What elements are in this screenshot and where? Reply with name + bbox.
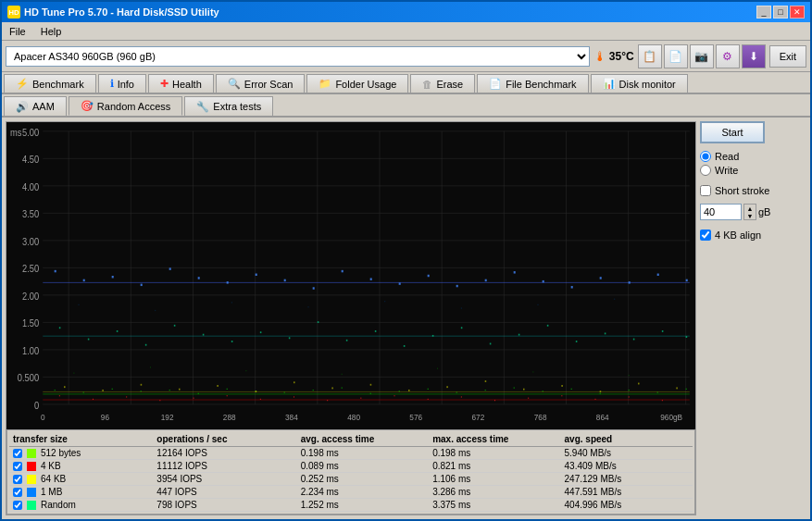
svg-rect-49: [112, 389, 113, 390]
toolbar-btn-5[interactable]: ⬇: [742, 44, 766, 68]
svg-rect-52: [198, 393, 199, 394]
short-stroke-label: Short stroke: [715, 185, 769, 196]
toolbar-btn-2[interactable]: 📄: [664, 44, 688, 68]
svg-rect-76: [227, 395, 228, 396]
svg-rect-91: [64, 386, 66, 388]
tab-random-access-label: Random Access: [97, 101, 170, 112]
align-4kb-label: 4 KB align: [715, 229, 761, 241]
disk-monitor-icon: 📊: [603, 78, 616, 90]
color-indicator: [27, 501, 36, 510]
toolbar-btn-4[interactable]: ⚙: [716, 44, 740, 68]
svg-rect-71: [59, 395, 60, 396]
tab-benchmark[interactable]: ⚡ Benchmark: [4, 74, 96, 93]
toolbar-btn-3[interactable]: 📷: [690, 44, 714, 68]
table-row: 64 KB 3954 IOPS 0.252 ms 1.106 ms 247.12…: [9, 473, 693, 486]
tab-aam[interactable]: 🔊 AAM: [4, 96, 67, 116]
svg-text:672: 672: [472, 413, 485, 423]
svg-rect-155: [686, 336, 688, 338]
svg-rect-135: [117, 330, 119, 332]
svg-rect-118: [313, 287, 315, 289]
svg-text:0: 0: [41, 413, 45, 423]
radio-read-label[interactable]: Read: [700, 151, 806, 162]
row-checkbox[interactable]: [13, 475, 22, 484]
svg-rect-88: [629, 396, 630, 397]
results-section: transfer size operations / sec avg. acce…: [6, 429, 695, 515]
svg-text:384: 384: [285, 413, 298, 423]
svg-rect-123: [456, 285, 458, 287]
gb-spinbox[interactable]: [700, 204, 742, 220]
svg-rect-63: [514, 388, 515, 389]
tab-error-scan[interactable]: 🔍 Error Scan: [216, 74, 306, 93]
svg-text:480: 480: [347, 413, 360, 423]
error-scan-icon: 🔍: [228, 78, 241, 90]
svg-text:1.00: 1.00: [22, 345, 39, 356]
svg-rect-117: [284, 279, 286, 281]
svg-rect-127: [571, 286, 573, 288]
radio-read[interactable]: [700, 151, 711, 162]
toolbar-icons: 📋 📄 📷 ⚙ ⬇: [638, 44, 766, 68]
tab-extra-tests[interactable]: 🔧 Extra tests: [184, 96, 273, 116]
row-checkbox[interactable]: [13, 449, 22, 458]
svg-rect-140: [260, 331, 262, 333]
tab-info[interactable]: ℹ Info: [98, 74, 146, 93]
cell-ops: 12164 IOPS: [153, 447, 296, 460]
menu-bar: File Help: [2, 22, 810, 41]
row-checkbox[interactable]: [13, 462, 22, 471]
tab-random-access[interactable]: 🎯 Random Access: [69, 96, 182, 116]
size-value: 512 bytes: [41, 448, 81, 458]
folder-usage-icon: 📁: [319, 78, 331, 90]
row-checkbox[interactable]: [13, 501, 22, 510]
start-button[interactable]: Start: [700, 121, 765, 143]
extra-tests-icon: 🔧: [196, 101, 209, 113]
exit-button[interactable]: Exit: [769, 45, 806, 68]
spin-up-button[interactable]: ▲: [744, 205, 756, 212]
tab-health[interactable]: ✚ Health: [148, 74, 214, 93]
radio-write-label[interactable]: Write: [700, 165, 806, 176]
toolbar-btn-1[interactable]: 📋: [638, 44, 662, 68]
info-icon: ℹ: [110, 78, 114, 90]
svg-rect-149: [518, 334, 520, 336]
svg-rect-69: [686, 389, 687, 390]
tab-erase-label: Erase: [436, 79, 463, 90]
device-select[interactable]: Apacer AS340 960GB (960 gB): [6, 46, 590, 67]
tab-folder-usage-label: Folder Usage: [335, 79, 396, 90]
short-stroke-checkbox[interactable]: [700, 185, 711, 196]
temperature-value: 35°C: [609, 50, 634, 63]
svg-text:4.50: 4.50: [22, 155, 39, 166]
svg-rect-57: [342, 388, 343, 389]
color-indicator: [27, 449, 36, 458]
file-benchmark-icon: 📄: [489, 78, 502, 90]
svg-rect-139: [231, 341, 233, 342]
row-checkbox[interactable]: [13, 488, 22, 497]
radio-write[interactable]: [700, 165, 711, 176]
svg-rect-74: [159, 400, 160, 401]
app-icon: HD: [7, 6, 20, 19]
svg-rect-165: [231, 302, 232, 303]
svg-rect-147: [461, 327, 463, 329]
menu-file[interactable]: File: [6, 25, 30, 38]
cell-ops: 447 IOPS: [153, 486, 296, 499]
svg-text:576: 576: [409, 413, 422, 423]
tab-disk-monitor[interactable]: 📊 Disk monitor: [591, 74, 688, 93]
minimize-button[interactable]: _: [756, 6, 771, 19]
svg-rect-93: [141, 384, 143, 386]
align-4kb-checkbox[interactable]: [700, 229, 711, 241]
spin-down-button[interactable]: ▼: [744, 212, 756, 219]
tab-folder-usage[interactable]: 📁 Folder Usage: [306, 74, 408, 93]
svg-rect-106: [638, 383, 640, 385]
svg-text:3.00: 3.00: [22, 236, 39, 247]
maximize-button[interactable]: □: [773, 6, 788, 19]
cell-size: 1 MB: [9, 486, 153, 499]
svg-text:192: 192: [161, 413, 174, 423]
svg-rect-144: [375, 330, 377, 332]
tab-erase[interactable]: 🗑 Erase: [410, 74, 475, 93]
svg-rect-116: [256, 274, 257, 276]
svg-rect-125: [514, 271, 516, 273]
close-button[interactable]: ✕: [790, 6, 805, 19]
col-header-max-access: max. access time: [429, 432, 560, 447]
tab-file-benchmark[interactable]: 📄 File Benchmark: [477, 74, 588, 93]
svg-rect-86: [561, 395, 562, 396]
main-content: 5.00 4.50 4.00 3.50 3.00 2.50 2.00 1.50 …: [2, 118, 810, 519]
cell-size: 4 KB: [9, 460, 153, 473]
menu-help[interactable]: Help: [37, 25, 66, 38]
